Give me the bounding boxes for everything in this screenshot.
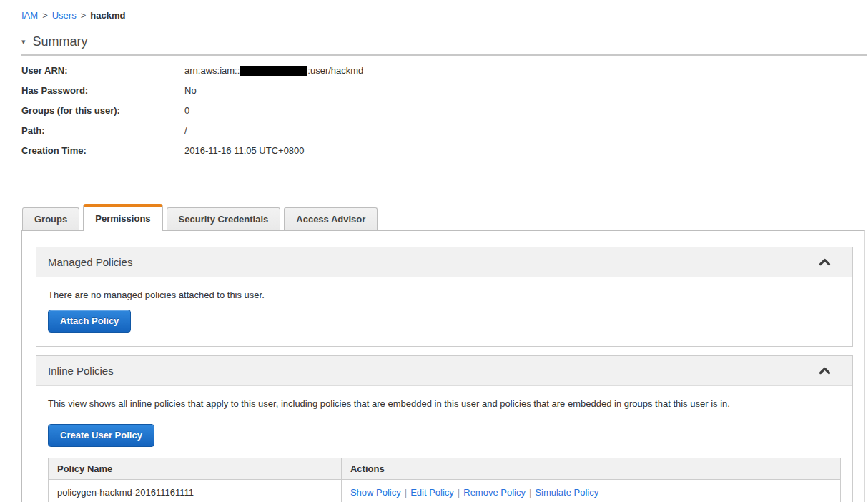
edit-policy-link[interactable]: Edit Policy (410, 487, 454, 498)
field-row-user-arn: User ARN: arn:aws:iam:::user/hackmd (21, 65, 868, 85)
managed-policies-content: There are no managed policies attached t… (36, 277, 852, 346)
action-separator: | (529, 487, 531, 498)
column-header-policy-name: Policy Name (49, 458, 342, 480)
summary-title: Summary (33, 34, 88, 49)
chevron-up-icon (819, 257, 831, 268)
create-user-policy-button[interactable]: Create User Policy (48, 424, 154, 447)
field-label-has-password: Has Password: (21, 85, 184, 96)
breadcrumb: IAM>Users>hackmd (21, 10, 868, 21)
inline-policies-description: This view shows all inline policies that… (48, 398, 841, 409)
field-row-path: Path: / (21, 125, 868, 145)
field-label-groups: Groups (for this user): (21, 105, 184, 116)
collapse-triangle-icon[interactable]: ▾ (21, 37, 26, 46)
inline-policies-collapse-button[interactable] (809, 365, 841, 376)
field-row-groups: Groups (for this user): 0 (21, 105, 868, 125)
chevron-up-icon (819, 366, 831, 377)
field-label-creation-time: Creation Time: (21, 145, 184, 156)
managed-policies-title: Managed Policies (48, 256, 132, 268)
field-value-groups: 0 (184, 105, 189, 116)
inline-policies-table: Policy Name Actions policygen-hackmd-201… (48, 458, 841, 502)
summary-fields: User ARN: arn:aws:iam:::user/hackmd Has … (21, 65, 868, 165)
tab-bar: Groups Permissions Security Credentials … (22, 204, 868, 230)
remove-policy-link[interactable]: Remove Policy (463, 487, 526, 498)
breadcrumb-link-iam[interactable]: IAM (21, 10, 38, 21)
tab-permissions[interactable]: Permissions (83, 204, 162, 231)
policy-actions-cell: Show Policy|Edit Policy|Remove Policy|Si… (341, 480, 840, 502)
show-policy-link[interactable]: Show Policy (350, 487, 401, 498)
inline-policies-content: This view shows all inline policies that… (36, 386, 852, 502)
table-header-row: Policy Name Actions (49, 458, 841, 480)
attach-policy-button[interactable]: Attach Policy (48, 310, 131, 333)
field-row-creation-time: Creation Time: 2016-11-16 11:05 UTC+0800 (21, 145, 868, 165)
redacted-account-id (240, 66, 307, 76)
breadcrumb-link-users[interactable]: Users (52, 10, 77, 21)
field-value-user-arn: arn:aws:iam:::user/hackmd (184, 65, 363, 76)
managed-policies-collapse-button[interactable] (809, 257, 841, 267)
permissions-tab-panel: Managed Policies There are no managed po… (21, 230, 865, 502)
breadcrumb-current-user: hackmd (90, 10, 125, 21)
tab-access-advisor[interactable]: Access Advisor (284, 207, 378, 230)
breadcrumb-separator: > (81, 10, 87, 21)
policy-name-cell: policygen-hackmd-201611161111 (49, 480, 342, 502)
tab-groups[interactable]: Groups (22, 207, 79, 230)
managed-policies-section: Managed Policies There are no managed po… (36, 247, 853, 347)
managed-policies-empty-text: There are no managed policies attached t… (48, 290, 841, 300)
field-value-path: / (184, 125, 187, 136)
column-header-actions: Actions (341, 458, 840, 480)
table-row: policygen-hackmd-201611161111 Show Polic… (49, 480, 841, 502)
inline-policies-header: Inline Policies (36, 356, 852, 386)
field-value-has-password: No (184, 85, 197, 96)
summary-section-header: ▾ Summary (21, 34, 867, 56)
action-separator: | (405, 487, 407, 498)
action-separator: | (458, 487, 460, 498)
field-label-path: Path: (21, 125, 184, 136)
inline-policies-section: Inline Policies This view shows all inli… (36, 355, 853, 502)
inline-policies-title: Inline Policies (48, 365, 114, 377)
field-value-creation-time: 2016-11-16 11:05 UTC+0800 (184, 145, 305, 156)
field-label-user-arn: User ARN: (21, 65, 184, 76)
managed-policies-header: Managed Policies (36, 247, 852, 277)
breadcrumb-separator: > (42, 10, 48, 21)
simulate-policy-link[interactable]: Simulate Policy (535, 487, 598, 498)
field-row-has-password: Has Password: No (21, 85, 868, 105)
tab-security-credentials[interactable]: Security Credentials (167, 207, 281, 230)
